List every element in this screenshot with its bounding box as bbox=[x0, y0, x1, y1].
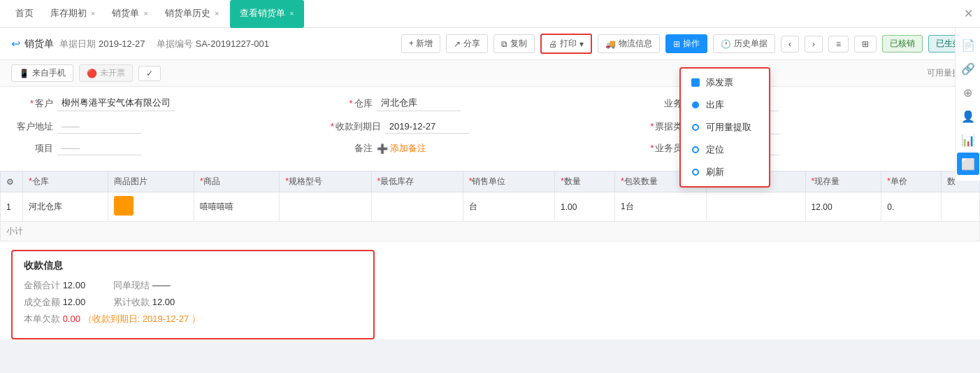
subtotal-label: 小计 bbox=[1, 222, 980, 241]
doc-order-no-value: SA-20191227-001 bbox=[196, 38, 270, 49]
doc-date-value: 2019-12-27 bbox=[99, 38, 145, 49]
form-row-3: 项目 —— 备注 ➕ 添加备注 *业务员孟 —— bbox=[11, 141, 969, 155]
table-header-row: ⚙ *仓库 商品图片 *商品 *规格型号 *最低库存 *销售单位 *数量 *包装… bbox=[1, 171, 980, 192]
col-product: *商品 bbox=[194, 171, 279, 192]
cell-unit: 台 bbox=[463, 192, 554, 222]
cell-available bbox=[707, 192, 805, 222]
address-field: 客户地址 —— bbox=[11, 120, 331, 134]
operations-button[interactable]: ⊞ 操作 bbox=[665, 34, 707, 53]
document-area: ↩ 销货单 单据日期 2019-12-27 单据编号 SA-20191227-0… bbox=[0, 28, 980, 339]
nav-next-button[interactable]: › bbox=[805, 36, 823, 52]
tab-bar: 首页 库存期初 × 销货单 × 销货单历史 × 查看销货单 × ✕ bbox=[0, 0, 980, 28]
tab-sales-order[interactable]: 销货单 × bbox=[103, 0, 156, 28]
col-qty: *数量 bbox=[555, 171, 615, 192]
warehouse-value[interactable]: 河北仓库 bbox=[377, 95, 461, 111]
tab-close-view-sales[interactable]: × bbox=[289, 9, 294, 17]
cell-pack-qty: 1台 bbox=[615, 192, 707, 222]
cancelled-badge[interactable]: 已核销 bbox=[882, 35, 923, 52]
tab-close-sales-order[interactable]: × bbox=[143, 9, 147, 17]
dropdown-outbound[interactable]: 出库 bbox=[681, 94, 769, 116]
info-row-3: 本单欠款 0.00 （收款到期日: 2019-12-27 ） bbox=[24, 313, 362, 325]
new-button[interactable]: + 新增 bbox=[401, 34, 440, 53]
form-area: *客户 柳州粤港平安气体有限公司 *仓库 河北仓库 业务员 演示账号 客户地址 … bbox=[0, 87, 980, 171]
form-row-2: 客户地址 —— *收款到期日 2019-12-27 *票据类型 不开票 bbox=[11, 118, 969, 134]
customer-value[interactable]: 柳州粤港平安气体有限公司 bbox=[57, 95, 175, 111]
dropdown-available-qty[interactable]: 可用量提取 bbox=[681, 116, 769, 139]
phone-icon: 📱 bbox=[19, 69, 29, 78]
tab-home[interactable]: 首页 bbox=[7, 0, 42, 28]
cell-amount bbox=[942, 192, 980, 222]
warehouse-field: *仓库 河北仓库 bbox=[331, 95, 650, 111]
table-wrapper: ⚙ *仓库 商品图片 *商品 *规格型号 *最低库存 *销售单位 *数量 *包装… bbox=[0, 171, 980, 241]
cell-image bbox=[108, 192, 194, 222]
locate-icon bbox=[691, 145, 700, 155]
sidebar-add-icon[interactable]: ⊕ bbox=[957, 81, 979, 104]
col-settings[interactable]: ⚙ bbox=[1, 171, 23, 192]
doc-title-icon: ↩ bbox=[11, 37, 20, 50]
subtotal-row: 小计 bbox=[1, 222, 980, 241]
dropdown-refresh[interactable]: 刷新 bbox=[681, 161, 769, 183]
deal-amount-field: 成交金额 12.00 bbox=[24, 296, 85, 309]
right-sidebar: 📄 🔗 ⊕ 👤 📊 ⬜ bbox=[955, 28, 980, 181]
sidebar-expand-icon[interactable]: ⬜ bbox=[957, 153, 979, 175]
logistics-icon: 🚚 bbox=[605, 39, 616, 49]
grid-icon: ⊞ bbox=[673, 39, 680, 49]
payment-info-title: 收款信息 bbox=[24, 260, 362, 272]
dropdown-locate[interactable]: 定位 bbox=[681, 139, 769, 161]
list-view-button[interactable]: ≡ bbox=[828, 36, 849, 52]
col-spec: *规格型号 bbox=[280, 171, 371, 192]
tab-close-sales-history[interactable]: × bbox=[215, 9, 219, 17]
customer-field: *客户 柳州粤港平安气体有限公司 bbox=[11, 95, 331, 111]
window-close-button[interactable]: ✕ bbox=[964, 7, 973, 20]
outbound-icon bbox=[691, 100, 700, 110]
payment-date-field: *收款到期日 2019-12-27 bbox=[331, 120, 650, 134]
from-phone-button[interactable]: 📱 来自手机 bbox=[11, 64, 73, 82]
data-table: ⚙ *仓库 商品图片 *商品 *规格型号 *最低库存 *销售单位 *数量 *包装… bbox=[0, 171, 980, 241]
col-unit: *销售单位 bbox=[463, 171, 554, 192]
cell-qty: 1.00 bbox=[555, 192, 615, 222]
col-min-stock: *最低库存 bbox=[371, 171, 463, 192]
print-dropdown-icon: ▾ bbox=[579, 39, 584, 49]
info-row-1: 金额合计 12.00 同单现结 —— bbox=[24, 279, 362, 292]
cell-min-stock bbox=[371, 192, 463, 222]
doc-title: ↩ 销货单 bbox=[11, 37, 54, 50]
share-button[interactable]: ↗ 分享 bbox=[446, 34, 488, 53]
info-row-2: 成交金额 12.00 累计收款 12.00 bbox=[24, 296, 362, 309]
toolbar-row: 📱 来自手机 🔴 未开票 ✓ 可用量提取 bbox=[0, 60, 980, 87]
tab-sales-history[interactable]: 销货单历史 × bbox=[157, 0, 227, 28]
cell-price: 0. bbox=[881, 192, 942, 222]
tab-close-inventory-init[interactable]: × bbox=[91, 9, 95, 17]
nav-prev-button[interactable]: ‹ bbox=[781, 36, 799, 52]
cell-warehouse: 河北仓库 bbox=[23, 192, 108, 222]
add-note-button[interactable]: ➕ 添加备注 bbox=[377, 142, 426, 155]
col-warehouse: *仓库 bbox=[23, 171, 108, 192]
history-icon: 🕐 bbox=[721, 39, 731, 49]
sidebar-doc-icon[interactable]: 📄 bbox=[957, 34, 979, 56]
copy-icon: ⧉ bbox=[501, 39, 507, 49]
not-open-button[interactable]: 🔴 未开票 bbox=[79, 64, 133, 82]
address-value[interactable]: —— bbox=[57, 120, 141, 134]
col-image: 商品图片 bbox=[108, 171, 194, 192]
total-amount-field: 金额合计 12.00 bbox=[24, 279, 85, 292]
history-button[interactable]: 🕐 历史单据 bbox=[713, 34, 775, 53]
accumulated-field: 累计收款 12.00 bbox=[113, 296, 175, 309]
sidebar-user-icon[interactable]: 👤 bbox=[957, 105, 979, 127]
print-icon: 🖨 bbox=[549, 39, 557, 49]
ticket-icon: 🔴 bbox=[87, 69, 97, 78]
operations-dropdown: 添发票 出库 可用量提取 定位 刷新 bbox=[679, 67, 770, 188]
tab-inventory-init[interactable]: 库存期初 × bbox=[42, 0, 103, 28]
payment-date-value[interactable]: 2019-12-27 bbox=[385, 120, 469, 134]
project-value: —— bbox=[57, 141, 141, 155]
tab-view-sales[interactable]: 查看销货单 × bbox=[230, 0, 303, 28]
grid-view-button[interactable]: ⊞ bbox=[854, 36, 877, 52]
share-icon: ↗ bbox=[454, 39, 461, 49]
doc-header: ↩ 销货单 单据日期 2019-12-27 单据编号 SA-20191227-0… bbox=[0, 28, 980, 60]
product-thumbnail bbox=[114, 196, 134, 216]
logistics-button[interactable]: 🚚 物流信息 bbox=[598, 34, 660, 53]
confirm-button[interactable]: ✓ bbox=[138, 66, 161, 81]
sidebar-link-icon[interactable]: 🔗 bbox=[957, 57, 979, 80]
copy-button[interactable]: ⧉ 复制 bbox=[493, 34, 535, 53]
print-button[interactable]: 🖨 打印 ▾ bbox=[540, 34, 592, 54]
sidebar-chart-icon[interactable]: 📊 bbox=[957, 129, 979, 151]
dropdown-add-invoice[interactable]: 添发票 bbox=[681, 71, 769, 94]
